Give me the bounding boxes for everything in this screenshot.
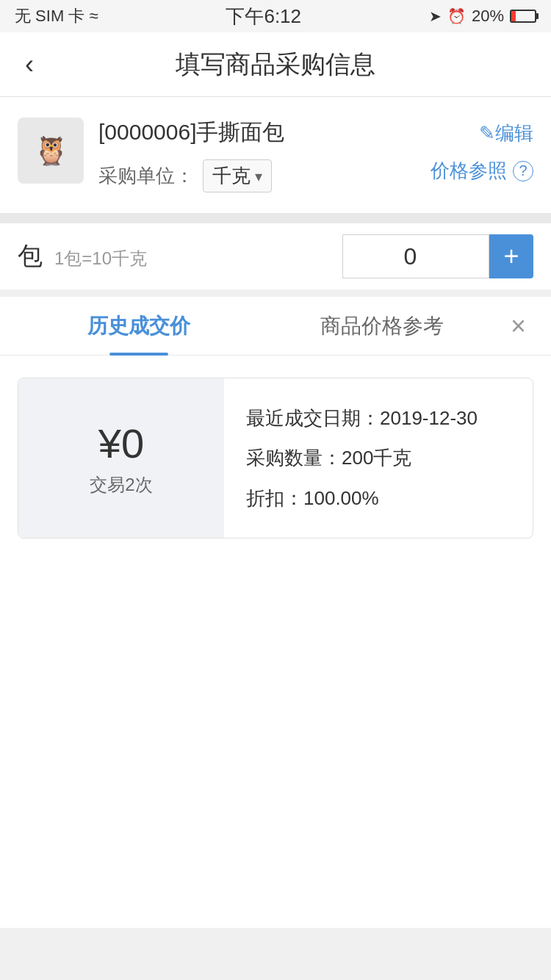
discount-label: 折扣： (246, 487, 303, 509)
quantity-unit-label: 包 (18, 239, 43, 273)
price-ref-help-icon: ? (513, 161, 533, 181)
tab-history-price-label: 历史成交价 (87, 312, 190, 340)
discount-row: 折扣：100.00% (246, 485, 511, 511)
purchase-qty-row: 采购数量：200千克 (246, 444, 511, 471)
product-card: 🦉 [0000006]手撕面包 采购单位： 千克 ▾ ✎编辑 价格参照 ? (0, 97, 551, 213)
quantity-input-group: + (342, 234, 533, 278)
back-button[interactable]: ‹ (18, 44, 41, 85)
price-record-card: ¥0 交易2次 最近成交日期：2019-12-30 采购数量：200千克 折扣：… (18, 378, 533, 538)
alarm-icon: ⏰ (447, 7, 466, 25)
price-amount: ¥0 (98, 419, 144, 467)
unit-value: 千克 (212, 163, 251, 189)
tab-section: 历史成交价 商品价格参考 × ¥0 交易2次 最近成交日期：2019-12-30… (0, 297, 551, 561)
discount-value: 100.00% (303, 487, 379, 509)
status-time: 下午6:12 (226, 4, 301, 29)
product-image-icon: 🦉 (34, 137, 68, 165)
price-left-panel: ¥0 交易2次 (18, 378, 224, 538)
battery-percent: 20% (472, 7, 504, 26)
product-left: 🦉 [0000006]手撕面包 采购单位： 千克 ▾ (18, 118, 284, 192)
quantity-conversion-label: 1包=10千克 (54, 247, 147, 270)
tab-product-price-ref[interactable]: 商品价格参考 (260, 297, 503, 356)
sim-label: 无 SIM 卡 ≈ (15, 5, 98, 27)
product-thumbnail: 🦉 (18, 118, 84, 184)
recent-date-value: 2019-12-30 (380, 407, 478, 429)
nav-header: ‹ 填写商品采购信息 (0, 32, 551, 97)
section-divider (0, 213, 551, 223)
page-rest (0, 561, 551, 928)
recent-date-row: 最近成交日期：2019-12-30 (246, 405, 511, 431)
purchase-qty-label: 采购数量： (246, 447, 342, 469)
tab-history-price[interactable]: 历史成交价 (18, 297, 260, 356)
unit-select-button[interactable]: 千克 ▾ (203, 159, 272, 192)
purchase-unit-label: 采购单位： (98, 163, 194, 189)
product-name: [0000006]手撕面包 (98, 118, 284, 148)
status-right: ➤ ⏰ 20% (429, 7, 536, 26)
status-left: 无 SIM 卡 ≈ (15, 5, 98, 27)
unit-dropdown-arrow: ▾ (255, 167, 262, 185)
edit-button[interactable]: ✎编辑 (479, 120, 533, 146)
tab-active-underline (109, 353, 168, 356)
tab-header: 历史成交价 商品价格参考 × (0, 297, 551, 356)
tab-content-history: ¥0 交易2次 最近成交日期：2019-12-30 采购数量：200千克 折扣：… (0, 356, 551, 561)
product-info: [0000006]手撕面包 采购单位： 千克 ▾ (98, 118, 284, 192)
quantity-input[interactable] (342, 234, 489, 278)
status-bar: 无 SIM 卡 ≈ 下午6:12 ➤ ⏰ 20% (0, 0, 551, 32)
battery-indicator (510, 10, 536, 23)
page-title: 填写商品采购信息 (176, 48, 375, 82)
product-right-actions: ✎编辑 价格参照 ? (431, 118, 533, 184)
tab-close-button[interactable]: × (503, 306, 533, 347)
quantity-row: 包 1包=10千克 + (0, 223, 551, 289)
price-ref-button[interactable]: 价格参照 ? (431, 158, 533, 184)
price-right-panel: 最近成交日期：2019-12-30 采购数量：200千克 折扣：100.00% (224, 378, 533, 538)
price-ref-label: 价格参照 (431, 158, 507, 184)
tab-product-price-ref-label: 商品价格参考 (320, 312, 444, 340)
trade-count: 交易2次 (90, 473, 152, 497)
purchase-qty-value: 200千克 (342, 447, 411, 469)
recent-date-label: 最近成交日期： (246, 407, 380, 429)
purchase-unit-row: 采购单位： 千克 ▾ (98, 159, 284, 192)
quantity-label-group: 包 1包=10千克 (18, 239, 147, 273)
quantity-plus-button[interactable]: + (489, 234, 533, 278)
location-icon: ➤ (429, 7, 442, 25)
